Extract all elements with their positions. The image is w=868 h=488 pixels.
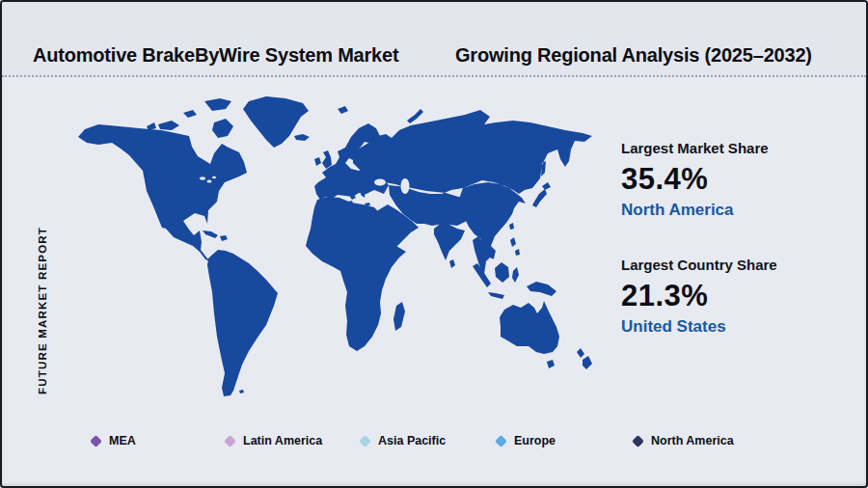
legend-label-latin-america: Latin America	[243, 434, 322, 447]
legend: MEA Latin America Asia Pacific Europe No…	[2, 433, 866, 450]
legend-item-latin-america: Latin America	[226, 433, 322, 448]
legend-label-asia-pacific: Asia Pacific	[378, 434, 446, 447]
landmass-oceania	[473, 262, 592, 369]
page-title: Automotive BrakeByWire System Market	[33, 44, 398, 66]
great-lake	[200, 176, 205, 179]
header: Automotive BrakeByWire System Market Gro…	[2, 2, 866, 77]
legend-item-asia-pacific: Asia Pacific	[361, 433, 446, 448]
stat-label: Largest Country Share	[621, 258, 862, 272]
legend-dot-europe	[495, 435, 507, 447]
great-lake	[207, 180, 212, 183]
great-lake	[212, 176, 216, 179]
stat-region: United States	[621, 318, 862, 335]
black-sea	[374, 179, 386, 186]
world-map	[60, 94, 600, 407]
stat-block-market-share: Largest Market Share 35.4% North America	[621, 141, 862, 218]
legend-label-mea: MEA	[109, 434, 136, 447]
stat-value: 35.4%	[621, 164, 862, 194]
stat-value: 21.3%	[621, 281, 862, 311]
legend-dot-latin-america	[224, 435, 236, 447]
stat-label: Largest Market Share	[621, 141, 862, 155]
legend-dot-mea	[90, 435, 102, 447]
legend-label-europe: Europe	[514, 434, 556, 447]
stat-region: North America	[621, 202, 862, 218]
legend-dot-asia-pacific	[359, 435, 371, 447]
legend-item-north-america: North America	[634, 433, 734, 448]
brand-vertical-label: FUTURE MARKET REPORT	[37, 227, 48, 394]
legend-label-north-america: North America	[651, 434, 734, 447]
infographic-root: Automotive BrakeByWire System Market Gro…	[0, 0, 868, 488]
legend-dot-north-america	[632, 435, 644, 447]
legend-item-mea: MEA	[92, 433, 136, 448]
stat-block-country-share: Largest Country Share 21.3% United State…	[621, 258, 862, 335]
page-subtitle: Growing Regional Analysis (2025–2032)	[455, 44, 812, 66]
legend-item-europe: Europe	[497, 433, 556, 448]
landmass-south-america	[207, 250, 278, 396]
caspian-sea	[401, 178, 410, 194]
landmass-north-america	[78, 96, 309, 262]
